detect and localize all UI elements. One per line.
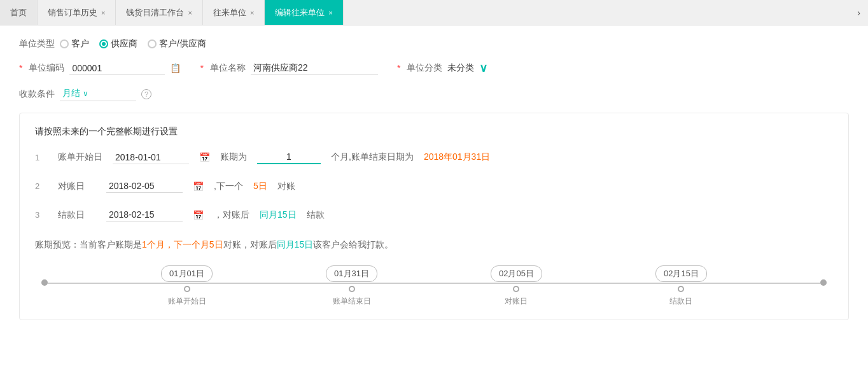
tab-sales-history[interactable]: 销售订单历史 × xyxy=(38,0,116,25)
period-label-2: 对账日 xyxy=(58,181,96,192)
period-settlement-date-input[interactable] xyxy=(106,208,183,222)
period-start-date-input[interactable] xyxy=(113,151,189,164)
unit-category-label: 单位分类 xyxy=(407,62,442,74)
period-cycle-label: 账期为 xyxy=(220,151,247,163)
period-reconcile-cal-icon[interactable]: 📅 xyxy=(193,181,204,192)
payment-select[interactable]: 月结 ∨ xyxy=(60,87,136,101)
timeline-point-4: 02月15日 结款日 xyxy=(655,265,707,307)
unit-code-input[interactable] xyxy=(69,62,165,75)
tab-partner-label: 往来单位 xyxy=(213,7,246,18)
period-row-1: 1 账单开始日 📅 账期为 个月,账单结束日期为 2018年01月31日 xyxy=(35,150,833,164)
timeline-dot-1 xyxy=(184,286,190,292)
timeline-dot-3 xyxy=(513,286,519,292)
payment-chevron-icon: ∨ xyxy=(83,89,88,98)
help-question-mark: ? xyxy=(144,90,148,98)
timeline-end-dot xyxy=(820,265,827,286)
radio-supplier-circle xyxy=(99,39,108,48)
unit-type-label: 单位类型 xyxy=(19,38,55,50)
preview-day: 下一个月5日 xyxy=(174,239,223,250)
timeline-point-1: 01月01日 账单开始日 xyxy=(161,265,213,307)
timeline-label-4: 结款日 xyxy=(669,296,692,307)
code-name-category-row: * 单位编码 📋 * 单位名称 * 单位分类 未分类 ∨ xyxy=(19,61,849,75)
timeline-start-dot xyxy=(41,265,48,286)
timeline-end-circle xyxy=(820,279,827,286)
period-card-title: 请按照未来的一个完整帐期进行设置 xyxy=(35,126,833,137)
radio-customer[interactable]: 客户 xyxy=(60,38,89,50)
radio-supplier[interactable]: 供应商 xyxy=(99,38,137,50)
unit-type-item: 单位类型 客户 供应商 客户/供应商 xyxy=(19,38,206,50)
unit-name-label: 单位名称 xyxy=(210,62,246,74)
period-months-input[interactable] xyxy=(257,150,321,164)
period-label-3: 结款日 xyxy=(58,209,96,221)
tab-edit-partner-close[interactable]: × xyxy=(328,9,332,17)
timeline: 01月01日 账单开始日 01月31日 账单结束日 02月05日 xyxy=(35,265,833,307)
timeline-label-2: 账单结束日 xyxy=(333,296,371,307)
payment-value: 月结 xyxy=(62,88,80,99)
payment-item: 收款条件 月结 ∨ ? xyxy=(19,87,151,101)
radio-customer-supplier[interactable]: 客户/供应商 xyxy=(148,38,206,50)
payment-row: 收款条件 月结 ∨ ? xyxy=(19,87,849,101)
period-card: 请按照未来的一个完整帐期进行设置 1 账单开始日 📅 账期为 个月,账单结束日期… xyxy=(19,113,849,320)
period-settlement-cal-icon[interactable]: 📅 xyxy=(193,210,204,220)
step-num-3: 3 xyxy=(35,210,48,220)
tab-home[interactable]: 首页 xyxy=(0,0,38,25)
preview-months: 1个月， xyxy=(142,239,174,250)
period-end-date-highlight: 2018年01月31日 xyxy=(424,151,490,163)
step-num-1: 1 xyxy=(35,153,48,162)
timeline-line xyxy=(48,283,820,284)
tab-cashier[interactable]: 钱货日清工作台 × xyxy=(116,0,202,25)
preview-suffix: 该客户会给我打款。 xyxy=(313,239,393,250)
payment-label: 收款条件 xyxy=(19,88,55,100)
radio-customer-label: 客户 xyxy=(71,38,89,50)
timeline-point-3: 02月05日 对账日 xyxy=(491,265,542,307)
period-reconcile-date-input[interactable] xyxy=(106,179,183,193)
unit-name-input[interactable] xyxy=(251,62,378,75)
name-required-star: * xyxy=(200,63,203,73)
settlement-prefix: ，对账后 xyxy=(214,209,249,221)
tab-edit-partner-label: 编辑往来单位 xyxy=(275,7,325,18)
period-row-2: 2 对账日 📅 ,下一个 5日 对账 xyxy=(35,179,833,193)
unit-category-select[interactable]: 未分类 ∨ xyxy=(447,61,549,75)
timeline-items: 01月01日 账单开始日 01月31日 账单结束日 02月05日 xyxy=(41,265,827,307)
tab-partner-close[interactable]: × xyxy=(250,9,254,17)
tab-sales-history-label: 销售订单历史 xyxy=(48,7,97,18)
tab-partner[interactable]: 往来单位 × xyxy=(203,0,265,25)
code-required-star: * xyxy=(19,63,22,73)
period-row-3: 3 结款日 📅 ，对账后 同月15日 结款 xyxy=(35,208,833,222)
reconcile-suffix: 对账 xyxy=(277,181,295,192)
tab-cashier-close[interactable]: × xyxy=(188,9,192,17)
payment-help-icon[interactable]: ? xyxy=(141,89,151,99)
unit-code-item: * 单位编码 📋 xyxy=(19,62,181,75)
timeline-start-circle xyxy=(41,279,48,286)
timeline-label-1: 账单开始日 xyxy=(168,296,206,307)
preview-text: 账期预览：当前客户账期是1个月，下一个月5日对账，对账后同月15日该客户会给我打… xyxy=(35,237,833,253)
tab-more-icon: › xyxy=(857,8,860,18)
period-month-suffix: 个月,账单结束日期为 xyxy=(331,151,414,163)
unit-category-value: 未分类 xyxy=(447,62,474,74)
settlement-suffix: 结款 xyxy=(307,209,325,221)
tab-cashier-label: 钱货日清工作台 xyxy=(126,7,184,18)
category-required-star: * xyxy=(397,63,400,73)
tab-more-button[interactable]: › xyxy=(850,0,868,25)
timeline-label-3: 对账日 xyxy=(505,296,528,307)
preview-section: 账期预览：当前客户账期是1个月，下一个月5日对账，对账后同月15日该客户会给我打… xyxy=(35,237,833,307)
timeline-point-2: 01月31日 账单结束日 xyxy=(326,265,377,307)
period-label-1: 账单开始日 xyxy=(58,151,102,163)
tab-edit-partner[interactable]: 编辑往来单位 × xyxy=(265,0,343,25)
tab-sales-history-close[interactable]: × xyxy=(101,9,105,17)
timeline-badge-1: 01月01日 xyxy=(161,265,213,282)
tab-bar: 首页 销售订单历史 × 钱货日清工作台 × 往来单位 × 编辑往来单位 × › xyxy=(0,0,868,25)
timeline-dot-4 xyxy=(678,286,684,292)
radio-customer-circle xyxy=(60,39,69,48)
category-chevron-icon: ∨ xyxy=(479,61,487,75)
timeline-badge-2: 01月31日 xyxy=(326,265,377,282)
preview-label: 账期预览：当前客户账期是 xyxy=(35,239,142,250)
radio-group: 客户 供应商 客户/供应商 xyxy=(60,38,206,50)
period-start-cal-icon[interactable]: 📅 xyxy=(199,152,210,162)
step-num-2: 2 xyxy=(35,181,48,191)
code-copy-icon[interactable]: 📋 xyxy=(170,63,181,73)
timeline-dot-2 xyxy=(349,286,355,292)
unit-code-label: 单位编码 xyxy=(29,62,64,74)
settlement-day-highlight: 同月15日 xyxy=(260,209,297,221)
radio-customer-supplier-label: 客户/供应商 xyxy=(159,38,206,50)
